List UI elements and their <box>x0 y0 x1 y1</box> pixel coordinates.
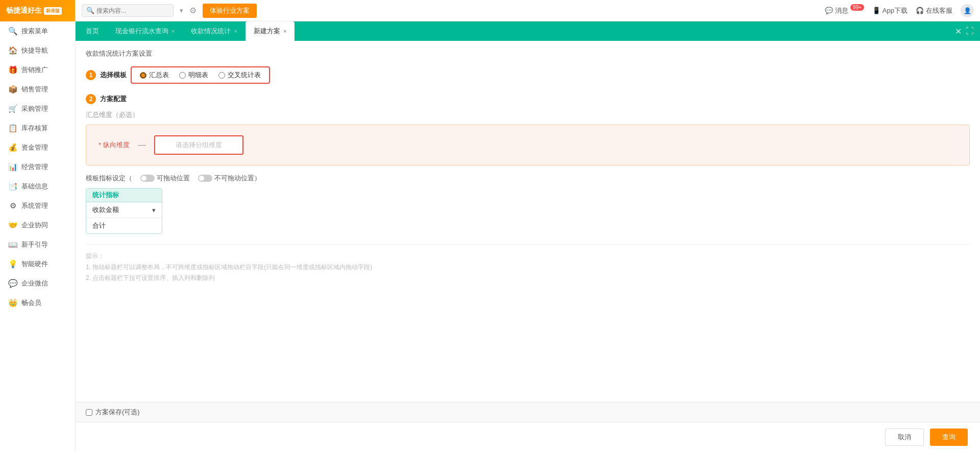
sidebar-item-1[interactable]: 🏠 快捷导航 <box>0 41 75 60</box>
stats-label: 统计指标 <box>92 191 119 199</box>
nav-tab-3[interactable]: 新建方案× <box>246 21 295 41</box>
sidebar-label-12: 智能硬件 <box>21 259 48 269</box>
sidebar-item-7[interactable]: 📊 经营管理 <box>0 157 75 177</box>
dimension-placeholder: 请选择分组维度 <box>176 141 222 149</box>
query-button[interactable]: 查询 <box>930 429 968 446</box>
stats-total-label: 合计 <box>92 221 156 230</box>
sidebar-item-13[interactable]: 💬 企业微信 <box>0 274 75 293</box>
download-item[interactable]: 📱 App下载 <box>872 6 908 15</box>
download-label: App下载 <box>883 6 908 15</box>
nav-tab-0[interactable]: 首页 <box>78 21 107 41</box>
step1-section: 1 选择模板 汇总表 明细表 交叉统计表 <box>86 66 970 84</box>
save-checkbox[interactable] <box>86 409 92 416</box>
tab-close-3[interactable]: × <box>283 28 286 34</box>
support-label: 在线客服 <box>926 6 952 15</box>
sidebar-icon-10: 🤝 <box>8 221 17 230</box>
step2-section: 2 方案配置 汇总维度（必选） * 纵向维度 — 请选择分组维度 <box>86 94 970 284</box>
sidebar-item-0[interactable]: 🔍 搜索菜单 <box>0 21 75 41</box>
footer-actions: 取消 查询 <box>76 422 980 452</box>
dimension-label: 汇总维度（必选） <box>86 110 970 120</box>
sidebar-label-0: 搜索菜单 <box>21 27 48 36</box>
radio-cross-input[interactable] <box>218 72 225 79</box>
settings-icon[interactable]: ⚙ <box>189 6 197 15</box>
cancel-button[interactable]: 取消 <box>885 429 924 446</box>
avatar-icon: 👤 <box>964 7 971 14</box>
sidebar-icon-9: ⚙ <box>8 201 17 210</box>
logo-badge: 标准版 <box>44 7 62 15</box>
topbar-right: 💬 消息 99+ 📱 App下载 🎧 在线客服 👤 <box>825 4 974 17</box>
metrics-label-row: 模板指标设定（ 可拖动位置 不可拖动位置） <box>86 174 970 183</box>
radio-summary[interactable]: 汇总表 <box>140 70 169 80</box>
sidebar-item-8[interactable]: 📑 基础信息 <box>0 177 75 196</box>
sidebar-label-9: 系统管理 <box>21 201 48 210</box>
user-avatar[interactable]: 👤 <box>961 4 974 17</box>
sidebar-label-1: 快捷导航 <box>21 46 48 55</box>
sidebar-label-5: 库存核算 <box>21 124 48 133</box>
hint-item-1: 2. 点击标题栏下拉可设置排序、插入列和删除列 <box>86 273 970 284</box>
sidebar-item-2[interactable]: 🎁 营销推广 <box>0 60 75 80</box>
sidebar-icon-5: 📋 <box>8 124 17 133</box>
radio-cross[interactable]: 交叉统计表 <box>218 70 261 80</box>
sidebar-label-13: 企业微信 <box>21 279 48 288</box>
toggle-movable[interactable] <box>140 175 155 182</box>
radio-detail-input[interactable] <box>179 72 186 79</box>
support-item[interactable]: 🎧 在线客服 <box>916 6 952 15</box>
config-section: 汇总维度（必选） * 纵向维度 — 请选择分组维度 模板指标设定（ <box>86 110 970 284</box>
sidebar-item-12[interactable]: 💡 智能硬件 <box>0 254 75 274</box>
topbar-dropdown-icon[interactable]: ▾ <box>180 7 183 14</box>
toggle-unmovable[interactable] <box>198 175 212 182</box>
step2-header: 2 方案配置 <box>86 94 970 104</box>
bottom-bar: 方案保存(可选) <box>76 402 980 422</box>
sidebar-icon-1: 🏠 <box>8 46 17 55</box>
maximize-icon[interactable]: ⛶ <box>966 27 974 36</box>
close-window-icon[interactable]: ✕ <box>955 27 962 36</box>
sidebar-item-3[interactable]: 📦 销售管理 <box>0 80 75 99</box>
sidebar-label-3: 销售管理 <box>21 85 48 94</box>
sidebar-icon-8: 📑 <box>8 182 17 191</box>
save-label: 方案保存(可选) <box>95 408 140 417</box>
page-title: 收款情况统计方案设置 <box>86 49 970 58</box>
notification-item[interactable]: 💬 消息 99+ <box>825 6 864 15</box>
metrics-section: 模板指标设定（ 可拖动位置 不可拖动位置） <box>86 174 970 234</box>
stats-total-row: 合计 <box>86 218 162 233</box>
sidebar-item-5[interactable]: 📋 库存核算 <box>0 118 75 138</box>
tab-label-2: 收款情况统计 <box>191 27 231 36</box>
sidebar-icon-2: 🎁 <box>8 65 17 75</box>
nav-tab-2[interactable]: 收款情况统计× <box>183 21 245 41</box>
radio-detail[interactable]: 明细表 <box>179 70 208 80</box>
tab-label-0: 首页 <box>86 27 99 36</box>
tab-close-1[interactable]: × <box>172 28 175 34</box>
stats-column-label: 收款金额 <box>92 205 152 215</box>
nav-tabs: 首页现金银行流水查询×收款情况统计×新建方案× ✕ ⛶ <box>76 21 980 41</box>
save-option[interactable]: 方案保存(可选) <box>86 408 140 417</box>
tab-close-2[interactable]: × <box>234 28 237 34</box>
search-input[interactable] <box>96 7 168 14</box>
sidebar-item-14[interactable]: 👑 畅会员 <box>0 293 75 313</box>
sidebar-item-6[interactable]: 💰 资金管理 <box>0 138 75 157</box>
sidebar: 畅捷通好生 标准版 🔍 搜索菜单 🏠 快捷导航 🎁 营销推广 📦 销售管理 🛒 … <box>0 0 76 452</box>
template-selector: 汇总表 明细表 交叉统计表 <box>131 66 270 84</box>
step1-header: 1 选择模板 汇总表 明细表 交叉统计表 <box>86 66 970 84</box>
tab-label-3: 新建方案 <box>254 27 280 36</box>
step1-title: 选择模板 <box>100 70 127 80</box>
column-dropdown-icon[interactable]: ▾ <box>152 206 156 214</box>
download-icon: 📱 <box>872 7 880 14</box>
sidebar-icon-12: 💡 <box>8 259 17 269</box>
dimension-label-text: 汇总维度（必选） <box>86 111 139 118</box>
sidebar-item-11[interactable]: 📖 新手引导 <box>0 235 75 254</box>
search-box[interactable]: 🔍 <box>82 4 174 17</box>
dimension-selector[interactable]: 请选择分组维度 <box>154 135 243 155</box>
notification-badge: 99+ <box>850 4 864 11</box>
radio-summary-input[interactable] <box>140 72 146 79</box>
sidebar-item-9[interactable]: ⚙ 系统管理 <box>0 196 75 216</box>
sidebar-item-10[interactable]: 🤝 企业协同 <box>0 216 75 235</box>
stats-column-header-row[interactable]: 收款金额 ▾ <box>86 202 162 218</box>
sidebar-icon-6: 💰 <box>8 143 17 152</box>
trial-button[interactable]: 体验行业方案 <box>203 4 257 18</box>
step1-num: 1 <box>86 70 96 80</box>
nav-tab-1[interactable]: 现金银行流水查询× <box>107 21 183 41</box>
tab-controls[interactable]: ✕ ⛶ <box>951 21 978 41</box>
step2-title: 方案配置 <box>100 94 127 104</box>
sidebar-item-4[interactable]: 🛒 采购管理 <box>0 99 75 118</box>
dim-arrow: — <box>138 140 146 150</box>
